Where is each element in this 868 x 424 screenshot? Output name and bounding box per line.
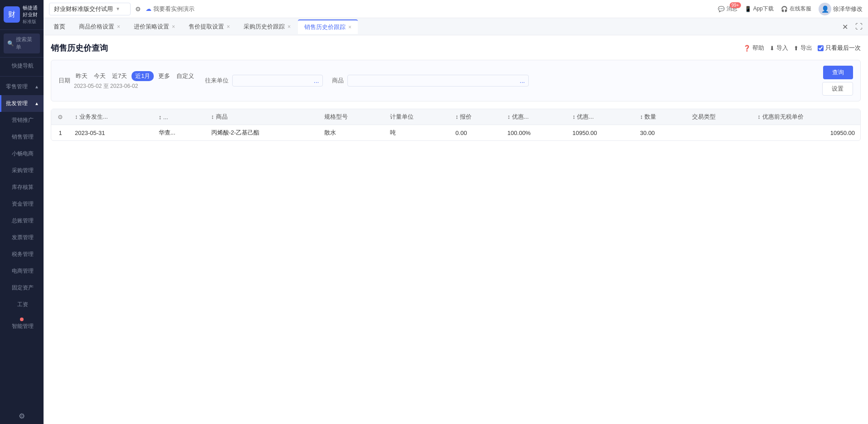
close-icon[interactable]: × xyxy=(117,24,120,29)
table-col-qty[interactable]: ↕ 数量 xyxy=(634,109,687,125)
date-last1month[interactable]: 近1月 xyxy=(132,71,154,81)
sort-icon: ↕ xyxy=(75,113,78,120)
table-col-gear[interactable]: ⚙ xyxy=(51,109,69,125)
source-unit-filter: 往来单位 ... xyxy=(205,75,323,87)
page-actions: ❓ 帮助 ⬇ 导入 ⬆ 导出 只看最后一次 xyxy=(743,44,861,52)
import-button[interactable]: ⬇ 导入 xyxy=(770,44,788,52)
mobile-icon: 📱 xyxy=(745,6,751,12)
sort-icon: ↕ xyxy=(211,113,215,120)
message-icon: 💬 xyxy=(718,6,725,12)
sidebar-item-tax[interactable]: 税务管理 xyxy=(0,246,44,263)
maximize-window-button[interactable]: ⛶ xyxy=(853,21,864,33)
user-profile-button[interactable]: 👤 徐泽华修改 xyxy=(819,3,863,15)
table-col-discount-amt[interactable]: ↕ 优惠... xyxy=(567,109,634,125)
row-discount-pct: 100.00% xyxy=(502,125,567,141)
sidebar-item-assets[interactable]: 固定资产 xyxy=(0,279,44,296)
sidebar-item-wholesale[interactable]: 批发管理 ▲ xyxy=(0,95,44,112)
close-icon[interactable]: × xyxy=(227,24,230,29)
logo-text: 畅捷通好业财 标准版 xyxy=(23,5,40,25)
filter-row: 日期 昨天 今天 近7天 近1月 更多 自定义 2023-05-02 至 202… xyxy=(59,66,853,96)
row-discount-amt: 10950.00 xyxy=(567,125,634,141)
row-spec: 散水 xyxy=(319,125,385,141)
sidebar-item-inventory[interactable]: 库存核算 xyxy=(0,179,44,196)
sidebar-item-accounting[interactable]: 总账管理 xyxy=(0,212,44,229)
table-col-price[interactable]: ↕ 报价 xyxy=(450,109,502,125)
export-button[interactable]: ⬆ 导出 xyxy=(794,44,812,52)
sidebar-settings-button[interactable]: ⚙ xyxy=(19,412,25,420)
online-service-button[interactable]: 🎧 在线客服 xyxy=(781,5,811,13)
goods-input[interactable]: ... xyxy=(347,75,529,87)
date-yesterday[interactable]: 昨天 xyxy=(74,71,89,81)
sort-icon: ↕ xyxy=(572,113,575,120)
settings-button[interactable]: 设置 xyxy=(822,82,853,96)
topbar-settings-icon[interactable]: ⚙ xyxy=(135,5,141,13)
version-select[interactable]: 好业财标准版交付试用 ▼ xyxy=(49,3,131,15)
goods-filter: 商品 ... xyxy=(332,75,529,87)
table-row[interactable]: 1 2023-05-31 华查... 丙烯酸-2-乙基己酯 散水 吨 0.00 … xyxy=(51,125,860,141)
date-custom[interactable]: 自定义 xyxy=(175,71,196,81)
search-menu-button[interactable]: 🔍 搜索菜单 xyxy=(4,34,40,53)
source-unit-label: 往来单位 xyxy=(205,77,229,85)
close-window-button[interactable]: ✕ xyxy=(840,21,850,33)
filter-bar: 日期 昨天 今天 近7天 近1月 更多 自定义 2023-05-02 至 202… xyxy=(51,60,861,101)
messages-button[interactable]: 💬 消息 99+ xyxy=(718,5,737,13)
sidebar-item-ecommerce[interactable]: 电商管理 xyxy=(0,263,44,279)
main-content: 好业财标准版交付试用 ▼ ⚙ ☁ 我要看实例演示 💬 消息 99+ 📱 App下… xyxy=(44,0,868,424)
sidebar-item-quick-nav[interactable]: 快捷导航 xyxy=(0,58,44,74)
table-col-discount-pct[interactable]: ↕ 优惠... xyxy=(502,109,567,125)
sidebar-item-purchase[interactable]: 采购管理 xyxy=(0,162,44,179)
table-col-spec: 规格型号 xyxy=(319,109,385,125)
tab-sales-history[interactable]: 销售历史价跟踪 × xyxy=(298,19,358,34)
red-dot-indicator xyxy=(20,318,24,321)
demo-button[interactable]: ☁ 我要看实例演示 xyxy=(146,5,195,13)
query-button[interactable]: 查询 xyxy=(823,66,853,79)
sidebar-item-ecommerce-small[interactable]: 小畅电商 xyxy=(0,145,44,162)
table-col-goods[interactable]: ↕ 商品 xyxy=(206,109,319,125)
table-col-pretax-price[interactable]: ↕ 优惠前无税单价 xyxy=(752,109,860,125)
source-unit-input[interactable]: ... xyxy=(232,75,323,87)
page-title: 销售历史价查询 xyxy=(51,43,108,53)
help-button[interactable]: ❓ 帮助 xyxy=(743,44,764,52)
date-last7[interactable]: 近7天 xyxy=(110,71,129,81)
date-today[interactable]: 今天 xyxy=(92,71,107,81)
table-header-row: ⚙ ↕ 业务发生... ↕ ... ↕ 商品 规格型号 计量单位 xyxy=(51,109,860,125)
data-table: ⚙ ↕ 业务发生... ↕ ... ↕ 商品 规格型号 计量单位 xyxy=(51,109,860,140)
logo-icon: 财 xyxy=(4,6,20,23)
date-range-display: 2023-05-02 至 2023-06-02 xyxy=(74,82,196,90)
cloud-icon: ☁ xyxy=(146,5,151,12)
import-icon: ⬇ xyxy=(770,45,775,52)
date-more[interactable]: 更多 xyxy=(156,71,172,81)
chevron-icon: ▲ xyxy=(34,101,39,106)
help-icon: ❓ xyxy=(743,45,751,52)
sort-icon: ↕ xyxy=(507,113,511,120)
sidebar-item-retail[interactable]: 零售管理 ▲ xyxy=(0,78,44,95)
row-business-date: 2023-05-31 xyxy=(69,125,153,141)
tab-home[interactable]: 首页 xyxy=(47,20,72,34)
sidebar-item-sales[interactable]: 销售管理 xyxy=(0,129,44,145)
sidebar: 财 畅捷通好业财 标准版 🔍 搜索菜单 快捷导航 零售管理 ▲ 批发管理 ▲ 营… xyxy=(0,0,44,424)
tab-sale-extract[interactable]: 售价提取设置 × xyxy=(182,20,236,34)
source-unit-picker-icon[interactable]: ... xyxy=(314,77,319,84)
last-only-checkbox-label[interactable]: 只看最后一次 xyxy=(818,44,861,52)
tab-price-settings[interactable]: 商品价格设置 × xyxy=(73,20,127,34)
app-download-button[interactable]: 📱 App下载 xyxy=(745,5,774,13)
table-col-business-date[interactable]: ↕ 业务发生... xyxy=(69,109,153,125)
sidebar-item-invoice[interactable]: 发票管理 xyxy=(0,229,44,246)
sort-icon: ↕ xyxy=(758,113,761,120)
sidebar-item-smart[interactable]: 智能管理 xyxy=(0,313,44,335)
row-txn-type xyxy=(687,125,752,141)
gear-icon[interactable]: ⚙ xyxy=(58,114,63,120)
goods-picker-icon[interactable]: ... xyxy=(520,77,525,84)
sidebar-item-marketing[interactable]: 营销推广 xyxy=(0,112,44,129)
row-qty: 30.00 xyxy=(634,125,687,141)
sidebar-item-finance[interactable]: 资金管理 xyxy=(0,196,44,212)
sidebar-item-payroll[interactable]: 工资 xyxy=(0,296,44,313)
last-only-checkbox[interactable] xyxy=(818,45,824,51)
close-icon[interactable]: × xyxy=(172,24,175,29)
close-icon[interactable]: × xyxy=(348,24,351,30)
close-icon[interactable]: × xyxy=(288,24,291,29)
sidebar-search-area[interactable]: 🔍 搜索菜单 xyxy=(0,30,44,58)
tab-purchase-history[interactable]: 采购历史价跟踪 × xyxy=(237,20,297,34)
tab-purchase-strategy[interactable]: 进价策略设置 × xyxy=(127,20,181,34)
table-col-more[interactable]: ↕ ... xyxy=(153,109,206,125)
